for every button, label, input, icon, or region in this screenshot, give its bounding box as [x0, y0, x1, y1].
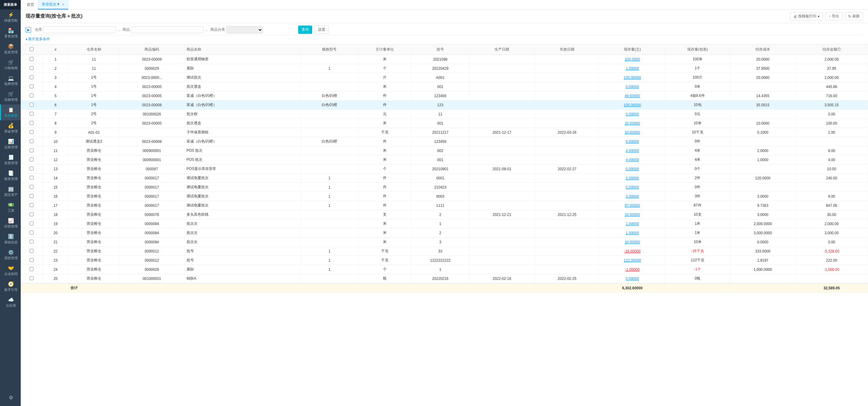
sidebar-item-retail[interactable]: 🏪 零售管理: [0, 25, 21, 41]
search-button[interactable]: 查询: [298, 26, 312, 34]
row-checkbox[interactable]: [30, 75, 34, 79]
row-qty-main[interactable]: 49.60000: [600, 91, 665, 101]
row-checkbox[interactable]: [30, 185, 34, 189]
sidebar-item-quick-nav[interactable]: ⚡ 快捷导航: [0, 9, 21, 25]
row-qty-main[interactable]: 100.00000: [600, 73, 665, 82]
sidebar-item-purchase[interactable]: 🛒 采购管理: [0, 89, 21, 104]
row-checkbox-cell[interactable]: [21, 201, 42, 210]
sidebar-item-cloud[interactable]: ☁️ 云应用: [0, 295, 21, 310]
row-checkbox-cell[interactable]: [21, 128, 42, 137]
row-checkbox-cell[interactable]: [21, 137, 42, 146]
row-qty-main[interactable]: -1.00000: [600, 265, 665, 274]
row-checkbox-cell[interactable]: [21, 174, 42, 183]
row-checkbox[interactable]: [30, 167, 34, 171]
row-checkbox[interactable]: [30, 203, 34, 207]
row-qty-main[interactable]: 0.00000: [600, 82, 665, 91]
row-qty-main[interactable]: 87.00000: [600, 201, 665, 210]
sidebar-item-enterprise[interactable]: 🤝 企业协同: [0, 263, 21, 279]
row-checkbox[interactable]: [30, 158, 34, 162]
row-checkbox-cell[interactable]: [21, 265, 42, 274]
row-checkbox[interactable]: [30, 258, 34, 262]
row-checkbox-cell[interactable]: [21, 183, 42, 192]
row-qty-main[interactable]: 3.00000: [600, 192, 665, 201]
row-qty-main[interactable]: 1.00000: [600, 219, 665, 229]
row-checkbox[interactable]: [30, 121, 34, 125]
sidebar-item-payroll[interactable]: 💵 工资: [0, 200, 21, 215]
row-qty-main[interactable]: 0.00000: [600, 137, 665, 146]
row-qty-main[interactable]: 10.00000: [600, 128, 665, 137]
sidebar-item-guide[interactable]: 🧭 新手引导: [0, 279, 21, 295]
row-qty-main[interactable]: 2.00000: [600, 174, 665, 183]
sidebar-item-system[interactable]: ⚙️ 系统管理: [0, 247, 21, 263]
row-checkbox-cell[interactable]: [21, 110, 42, 119]
sidebar-settings[interactable]: ⚙: [0, 392, 21, 404]
sidebar-item-fixed-assets[interactable]: 🏢 固定资产: [0, 184, 21, 200]
row-qty-main[interactable]: 0.00000: [600, 110, 665, 119]
row-checkbox[interactable]: [30, 130, 34, 134]
row-checkbox-cell[interactable]: [21, 91, 42, 101]
row-checkbox-cell[interactable]: [21, 165, 42, 174]
row-qty-main[interactable]: 1.00000: [600, 64, 665, 73]
row-checkbox-cell[interactable]: [21, 119, 42, 128]
row-qty-main[interactable]: 10.00000: [600, 210, 665, 219]
row-checkbox-cell[interactable]: [21, 247, 42, 256]
row-checkbox-cell[interactable]: [21, 210, 42, 219]
settings-button[interactable]: 设置: [315, 26, 329, 34]
row-checkbox[interactable]: [30, 57, 34, 61]
row-checkbox-cell[interactable]: [21, 219, 42, 229]
filter-expand-arrow[interactable]: ▶: [26, 27, 31, 33]
sidebar-item-invoice[interactable]: 🧾 发票管理: [0, 152, 21, 168]
row-qty-main[interactable]: 122.00000: [600, 256, 665, 265]
sidebar-item-ledger[interactable]: 📊 总账管理: [0, 136, 21, 152]
print-button[interactable]: 🖨 按模板打印 ▾: [790, 12, 823, 21]
row-checkbox-cell[interactable]: [21, 192, 42, 201]
sidebar-item-ecommerce[interactable]: 💻 电商管理: [0, 73, 21, 89]
row-checkbox[interactable]: [30, 84, 34, 88]
row-checkbox[interactable]: [30, 148, 34, 152]
row-checkbox[interactable]: [30, 194, 34, 198]
category-select[interactable]: [226, 26, 263, 34]
row-checkbox-cell[interactable]: [21, 256, 42, 265]
row-checkbox-cell[interactable]: [21, 82, 42, 91]
row-checkbox-cell[interactable]: [21, 274, 42, 283]
row-qty-main[interactable]: 10.00000: [600, 238, 665, 247]
row-checkbox[interactable]: [30, 139, 34, 143]
row-checkbox[interactable]: [30, 267, 34, 271]
row-checkbox[interactable]: [30, 176, 34, 180]
row-checkbox-cell[interactable]: [21, 238, 42, 247]
row-checkbox-cell[interactable]: [21, 101, 42, 110]
row-checkbox[interactable]: [30, 112, 34, 116]
row-checkbox[interactable]: [30, 222, 34, 225]
sidebar-item-inventory[interactable]: 📋 库存核查: [0, 104, 21, 120]
sidebar-logo[interactable]: 搜索菜单: [0, 0, 21, 9]
row-checkbox-cell[interactable]: [21, 155, 42, 165]
sidebar-item-xiaocheng[interactable]: 🛒 小陈电商: [0, 57, 21, 73]
row-qty-main[interactable]: 0.00000: [600, 183, 665, 192]
refresh-button[interactable]: ↻ 刷新: [845, 12, 863, 21]
row-qty-main[interactable]: 4.00000: [600, 146, 665, 155]
row-qty-main[interactable]: 4.00000: [600, 155, 665, 165]
row-checkbox-cell[interactable]: [21, 64, 42, 73]
row-checkbox[interactable]: [30, 276, 34, 280]
goods-input[interactable]: [131, 27, 204, 33]
row-qty-main[interactable]: 0.00000: [600, 165, 665, 174]
sidebar-item-wholesale[interactable]: 📦 批发管理: [0, 41, 21, 57]
row-checkbox-cell[interactable]: [21, 73, 42, 82]
row-checkbox-cell[interactable]: [21, 146, 42, 155]
row-qty-main[interactable]: -16.00000: [600, 247, 665, 256]
row-qty-main[interactable]: 100.0000: [600, 55, 665, 64]
warehouse-input[interactable]: [43, 27, 116, 33]
export-button[interactable]: ↑ 导出: [825, 12, 842, 21]
sidebar-item-basic-info[interactable]: ℹ️ 基础信息: [0, 231, 21, 247]
row-checkbox[interactable]: [30, 249, 34, 253]
tab-home[interactable]: 首页: [23, 0, 38, 9]
select-all-checkbox[interactable]: [30, 47, 34, 51]
row-checkbox-cell[interactable]: [21, 229, 42, 238]
row-checkbox[interactable]: [30, 212, 34, 216]
row-checkbox-cell[interactable]: [21, 55, 42, 64]
row-checkbox[interactable]: [30, 103, 34, 107]
sidebar-item-finance[interactable]: 💰 资金管理: [0, 120, 21, 136]
row-checkbox[interactable]: [30, 66, 34, 70]
row-checkbox[interactable]: [30, 231, 34, 235]
row-qty-main[interactable]: 0.00000: [600, 274, 665, 283]
